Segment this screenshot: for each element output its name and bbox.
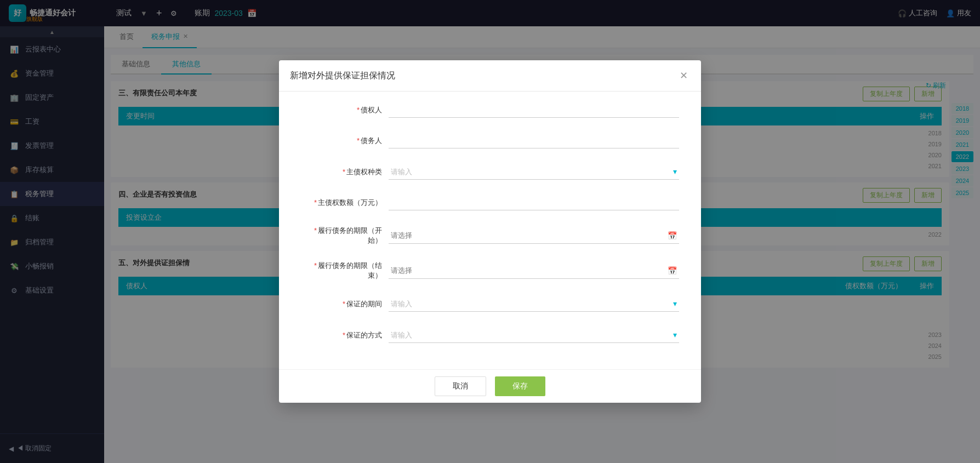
select-input-guarantee-period[interactable]	[391, 300, 673, 308]
required-star: *	[314, 261, 317, 270]
required-star: *	[314, 226, 317, 235]
select-wrap-guarantee-method[interactable]: ▾	[389, 327, 679, 343]
required-star: *	[357, 136, 360, 145]
form-row-period-start: *履行债务的期限（开始） 📅	[301, 226, 679, 245]
dialog-title: 新增对外提供保证担保情况	[290, 70, 395, 82]
form-row-creditor: *债权人	[301, 102, 679, 118]
form-label-claim-amount: *主债权数额（万元）	[301, 198, 389, 208]
form-label-period-start: *履行债务的期限（开始）	[301, 226, 389, 245]
dialog-body: *债权人*债务人*主债权种类 ▾ *主债权数额（万元）*履行债务的期限（开始） …	[279, 92, 701, 369]
form-row-period-end: *履行债务的期限（结束） 📅	[301, 261, 679, 281]
form-row-guarantee-method: *保证的方式 ▾	[301, 327, 679, 343]
dialog-footer: 取消 保存	[279, 369, 701, 403]
form-label-period-end: *履行债务的期限（结束）	[301, 261, 389, 281]
select-wrap-guarantee-period[interactable]: ▾	[389, 296, 679, 312]
calendar-icon: 📅	[668, 266, 677, 275]
chevron-down-icon: ▾	[673, 330, 677, 339]
form-row-guarantee-period: *保证的期间 ▾	[301, 296, 679, 312]
date-wrap-period-start[interactable]: 📅	[389, 228, 679, 244]
date-input-period-end[interactable]	[391, 266, 668, 275]
calendar-icon: 📅	[668, 231, 677, 240]
chevron-down-icon: ▾	[673, 299, 677, 308]
overlay[interactable]: 新增对外提供保证担保情况 ✕ *债权人*债务人*主债权种类 ▾ *主债权数额（万…	[0, 0, 980, 463]
form-row-debtor: *债务人	[301, 133, 679, 148]
date-wrap-period-end[interactable]: 📅	[389, 263, 679, 279]
required-star: *	[357, 106, 360, 114]
input-creditor[interactable]	[389, 102, 679, 118]
dialog: 新增对外提供保证担保情况 ✕ *债权人*债务人*主债权种类 ▾ *主债权数额（万…	[279, 60, 701, 403]
cancel-button[interactable]: 取消	[435, 376, 486, 396]
save-button[interactable]: 保存	[495, 376, 545, 396]
dialog-header: 新增对外提供保证担保情况 ✕	[279, 60, 701, 92]
form-label-debtor: *债务人	[301, 136, 389, 146]
input-claim-amount[interactable]	[389, 195, 679, 210]
required-star: *	[343, 300, 345, 308]
form-label-guarantee-method: *保证的方式	[301, 330, 389, 340]
required-star: *	[314, 198, 317, 207]
select-wrap-claim-type[interactable]: ▾	[389, 164, 679, 180]
form-row-claim-type: *主债权种类 ▾	[301, 164, 679, 180]
input-debtor[interactable]	[389, 133, 679, 148]
select-input-guarantee-method[interactable]	[391, 331, 673, 339]
chevron-down-icon: ▾	[673, 167, 677, 176]
form-label-creditor: *债权人	[301, 105, 389, 115]
required-star: *	[343, 331, 345, 339]
form-row-claim-amount: *主债权数额（万元）	[301, 195, 679, 210]
dialog-close-button[interactable]: ✕	[677, 69, 690, 82]
select-input-claim-type[interactable]	[391, 168, 673, 176]
form-label-claim-type: *主债权种类	[301, 167, 389, 177]
form-label-guarantee-period: *保证的期间	[301, 299, 389, 309]
required-star: *	[343, 168, 345, 176]
date-input-period-start[interactable]	[391, 231, 668, 239]
